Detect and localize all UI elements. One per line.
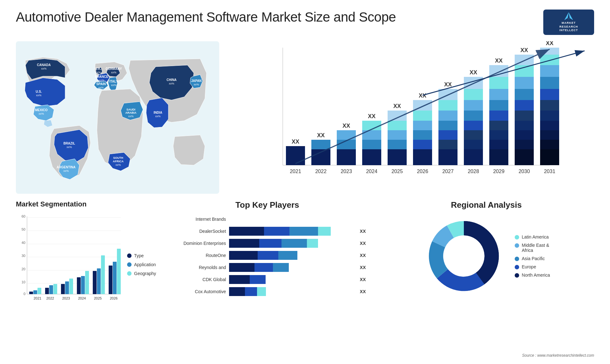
table-row: Dominion Enterprises XX [169,239,366,248]
svg-text:xx%: xx% [66,145,72,149]
table-row: RouteOne XX [169,251,366,260]
svg-text:2026: 2026 [417,169,428,174]
svg-text:GERMANY: GERMANY [105,67,122,71]
svg-text:MEXICO: MEXICO [35,108,48,112]
players-title: Top Key Players [169,200,366,210]
players-section: Top Key Players Internet Brands DealerSo… [169,200,366,310]
svg-rect-117 [540,77,559,89]
svg-text:xx%: xx% [41,67,46,70]
svg-rect-165 [113,262,117,294]
table-row: Internet Brands [169,215,366,224]
svg-rect-58 [388,121,407,130]
svg-rect-111 [515,149,534,165]
svg-rect-105 [515,89,534,100]
svg-rect-74 [438,111,458,121]
svg-text:2023: 2023 [341,169,352,174]
svg-rect-97 [489,130,508,140]
svg-rect-123 [540,140,559,149]
svg-rect-75 [438,121,458,130]
svg-rect-109 [515,130,534,140]
svg-point-168 [445,237,483,275]
svg-text:2022: 2022 [46,296,54,300]
logo-text: MARKET RESEARCH INTELLECT [559,21,578,32]
svg-rect-77 [438,140,458,149]
svg-rect-78 [438,149,458,165]
svg-text:xx%: xx% [115,163,121,166]
svg-rect-98 [489,140,508,149]
table-row: Cox Automotive XX [169,287,366,296]
svg-text:2023: 2023 [62,296,70,300]
svg-text:CHINA: CHINA [166,78,177,82]
svg-text:2031: 2031 [544,169,555,174]
svg-rect-160 [93,271,97,294]
svg-rect-52 [362,130,381,140]
svg-text:XX: XX [317,132,325,138]
source-text: Source : www.marketresearchintellect.com [522,353,594,358]
svg-rect-85 [464,121,483,130]
svg-text:xx%: xx% [193,83,199,86]
svg-rect-48 [337,149,356,165]
page-title: Automotive Dealer Management Software Ma… [16,10,396,25]
svg-text:2024: 2024 [366,169,377,174]
svg-rect-104 [515,77,534,89]
player-name: DealerSocket [169,229,226,234]
svg-rect-120 [540,111,559,121]
svg-text:INDIA: INDIA [153,111,162,114]
svg-text:AFRICA: AFRICA [113,160,124,163]
svg-rect-164 [109,266,112,294]
svg-rect-53 [362,140,381,149]
svg-rect-57 [388,111,407,121]
svg-text:2025: 2025 [391,169,403,174]
svg-text:10: 10 [22,280,25,284]
header: Automotive Dealer Management Software Ma… [16,10,594,35]
svg-rect-94 [489,100,508,111]
svg-rect-150 [53,284,57,294]
svg-text:BRAZIL: BRAZIL [64,142,75,145]
svg-text:30: 30 [22,254,25,258]
svg-rect-93 [489,89,508,100]
svg-rect-67 [413,130,432,140]
svg-rect-121 [540,121,559,130]
svg-text:SOUTH: SOUTH [113,156,123,159]
svg-text:2026: 2026 [110,296,118,300]
svg-rect-107 [515,111,534,121]
svg-rect-116 [540,65,559,77]
svg-rect-124 [540,149,559,165]
svg-rect-103 [515,65,534,77]
svg-rect-68 [413,140,432,149]
svg-text:FRANCE: FRANCE [95,75,108,78]
svg-text:xx%: xx% [111,84,116,87]
regional-section: Regional Analysis [378,200,594,310]
legend-geography: Geography [127,271,156,276]
svg-text:xx%: xx% [155,115,160,118]
legend-latin-america: Latin America [515,234,550,239]
svg-text:XX: XX [495,57,503,64]
svg-rect-154 [69,279,73,294]
svg-rect-69 [413,149,432,165]
player-name: Internet Brands [169,217,226,222]
svg-text:ITALY: ITALY [109,80,118,83]
svg-rect-144 [29,292,33,294]
svg-rect-115 [540,55,559,65]
player-name: Dominion Enterprises [169,241,226,246]
svg-text:XX: XX [444,81,452,88]
svg-text:XX: XX [520,47,528,53]
table-row: Reynolds and XX [169,263,366,272]
svg-text:2025: 2025 [94,296,102,300]
svg-text:xx%: xx% [169,82,174,85]
svg-rect-108 [515,121,534,130]
svg-text:ARGENTINA: ARGENTINA [57,165,75,169]
svg-rect-96 [489,121,508,130]
svg-rect-86 [464,130,483,140]
svg-text:2024: 2024 [78,296,86,300]
svg-text:xx%: xx% [128,115,133,118]
svg-rect-99 [489,149,508,165]
regional-legend: Latin America Middle East &Africa Asia P… [515,234,550,278]
svg-text:U.K.: U.K. [95,67,101,71]
svg-rect-119 [540,100,559,111]
svg-rect-114 [540,48,559,55]
svg-rect-110 [515,140,534,149]
svg-text:XX: XX [546,41,553,46]
svg-rect-84 [464,111,483,121]
svg-text:2027: 2027 [442,169,454,174]
